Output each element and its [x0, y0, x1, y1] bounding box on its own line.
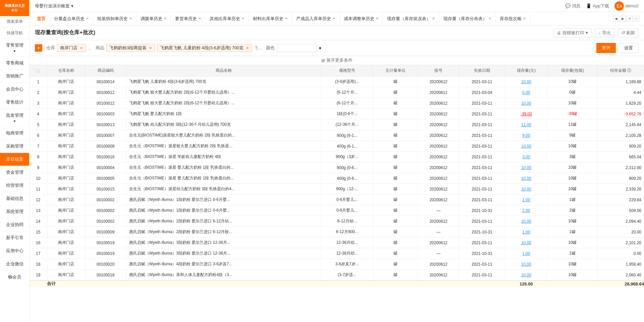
qty-main[interactable]: 0.00: [505, 87, 547, 98]
expire-date: 2021-03-11: [459, 141, 505, 152]
query-btn[interactable]: 查询: [596, 43, 616, 53]
batch: 20200611: [418, 87, 459, 98]
col-header-4: 规格型号: [321, 65, 373, 76]
nav-tab-3[interactable]: 要货单历史✕: [171, 12, 206, 25]
expand-more-btn[interactable]: ⊞ 展开更多条件: [321, 57, 353, 63]
tab-close-btn[interactable]: ✕: [376, 16, 379, 21]
warehouse: 南岸门店: [47, 87, 85, 98]
qty-main[interactable]: 2.00: [505, 205, 547, 216]
sidebar-nav-item-0[interactable]: 零售管理▼: [0, 39, 29, 57]
sidebar-nav-item-9[interactable]: 资金管理: [0, 166, 29, 179]
company-select[interactable]: 母婴行业演示账套 ▾: [35, 3, 73, 9]
row-no: 3: [30, 98, 47, 109]
nav-tab-0[interactable]: 分量盘点单历史✕: [50, 12, 93, 25]
product-code: 00100009: [85, 227, 126, 237]
sidebar-nav-item-10[interactable]: 经营管理: [0, 179, 29, 192]
tab-close-btn[interactable]: ✕: [488, 16, 491, 21]
qty-main[interactable]: 1.00: [505, 227, 547, 237]
tab-close-btn[interactable]: ✕: [86, 16, 89, 21]
expand-more-row: ⊞ 展开更多条件: [30, 56, 644, 65]
nav-tab-1[interactable]: 组装拆卸单历史✕: [93, 12, 137, 25]
filter-color-dropdown-icon[interactable]: ▾: [319, 46, 321, 51]
filter-warehouse-remove[interactable]: ✕: [80, 46, 83, 50]
sidebar-nav-item-14[interactable]: 新手引导: [0, 231, 29, 245]
product-code: 00100007: [85, 130, 126, 141]
settings-btn[interactable]: 设置: [619, 43, 639, 53]
expire-date: 2021-03-11: [459, 98, 505, 109]
sidebar-nav-item-12[interactable]: 系统管理: [0, 205, 29, 218]
filter-goods-tag-1[interactable]: 飞鹤奶粉3段两提装 ✕: [106, 44, 155, 52]
nav-tab-8[interactable]: 现存量（库存状况表）✕: [383, 12, 439, 25]
unit: 罐: [373, 205, 418, 216]
sidebar-nav-item-13[interactable]: 企业协同: [0, 218, 29, 231]
tab-close-btn[interactable]: ✕: [164, 16, 167, 21]
sidebar-nav-item-3[interactable]: 会员中心: [0, 83, 29, 96]
app-download-btn[interactable]: 📱 App下载: [586, 3, 609, 9]
sidebar-logo[interactable]: 畅捷通好生意 标版: [0, 0, 29, 16]
sidebar-nav-item-6[interactable]: 电商管理: [0, 127, 29, 140]
qty-main[interactable]: -39.00: [505, 109, 547, 119]
qty-main[interactable]: 10.00: [505, 184, 547, 195]
nav-tab-home[interactable]: 首页: [33, 12, 50, 25]
sidebar-nav-item-2[interactable]: 营销推广: [0, 70, 29, 83]
qty-main[interactable]: 10.00: [505, 76, 547, 87]
qty-main[interactable]: 10.00: [505, 237, 547, 248]
tab-close-btn[interactable]: ✕: [523, 16, 526, 21]
tab-maximize[interactable]: □: [633, 16, 639, 22]
qty-main[interactable]: 10.00: [505, 259, 547, 270]
filter-warehouse-tag[interactable]: 南岸门店 ✕: [57, 44, 86, 52]
sidebar-nav-item-16[interactable]: 企业微信: [0, 258, 29, 271]
tab-close-btn[interactable]: ✕: [432, 16, 435, 21]
sidebar-nav-item-8[interactable]: 库存核算: [0, 153, 29, 166]
nav-tab-5[interactable]: 材料出库单历史✕: [249, 12, 292, 25]
filter-color-input[interactable]: [277, 44, 317, 52]
qty-main[interactable]: 1.00: [505, 248, 547, 259]
sidebar-nav-item-15[interactable]: 应用中心: [0, 245, 29, 258]
sidebar-nav-item-17[interactable]: 畅会员: [0, 271, 29, 284]
filter-goods-more[interactable]: 飞...: [254, 45, 262, 51]
tab-close-btn[interactable]: ✕: [285, 16, 288, 21]
tab-close-btn[interactable]: ✕: [129, 16, 132, 21]
tab-scroll-right[interactable]: ▶: [620, 16, 626, 22]
export-btn[interactable]: ↓ 导出: [595, 28, 614, 38]
filter-goods-remove-1[interactable]: ✕: [149, 46, 152, 50]
quick-nav-item[interactable]: 快捷导航: [0, 28, 29, 39]
filter-goods-remove-2[interactable]: ✕: [246, 46, 249, 50]
sidebar-nav-item-11[interactable]: 基础信息: [0, 192, 29, 205]
select-all-checkbox[interactable]: ☑: [36, 68, 40, 73]
qty-main[interactable]: 10.00: [505, 162, 547, 173]
filter-warehouse-more[interactable]: ...: [88, 46, 92, 51]
qty-main[interactable]: 1.00: [505, 195, 547, 205]
nav-tab-2[interactable]: 调拨单历史✕: [137, 12, 171, 25]
tab-close-btn[interactable]: ✕: [198, 16, 201, 21]
messages-btn[interactable]: 💬 消息: [565, 3, 581, 9]
search-menu-item[interactable]: 搜索菜单: [0, 16, 29, 28]
qty-main[interactable]: 10.00: [505, 270, 547, 281]
nav-tab-7[interactable]: 成本调整单历史✕: [340, 12, 383, 25]
sidebar-nav-item-5[interactable]: 批发管理▼: [0, 109, 29, 127]
tab-scroll-left[interactable]: ◀: [613, 16, 619, 22]
sidebar-nav-item-4[interactable]: 零售统计: [0, 96, 29, 109]
qty-main[interactable]: 10.00: [505, 173, 547, 184]
qty-main[interactable]: 10.00: [505, 98, 547, 109]
tab-close-btn[interactable]: ✕: [332, 16, 335, 21]
qty-main[interactable]: 10.00: [505, 216, 547, 227]
qty-main[interactable]: 10.00: [505, 141, 547, 152]
filter-expand-btn[interactable]: +: [35, 44, 42, 52]
sidebar-nav-item-1[interactable]: 零售商城: [0, 57, 29, 70]
sidebar-nav-item-7[interactable]: 采购管理: [0, 140, 29, 153]
qty-main[interactable]: 9.00: [505, 130, 547, 141]
nav-tab-10[interactable]: 库存批次账✕: [496, 12, 530, 25]
tab-close-current[interactable]: ✕: [627, 16, 633, 22]
nav-tab-9[interactable]: 现存量（库存分布表）✕: [439, 12, 496, 25]
print-btn[interactable]: 🖨 按模板打印 ▾: [553, 28, 592, 38]
qty-main[interactable]: 11.00: [505, 119, 547, 130]
user-avatar-area[interactable]: Ea demo2: [614, 1, 639, 11]
expire-date: 2021-03-11: [459, 152, 505, 162]
refresh-btn[interactable]: ↺ 刷新: [618, 28, 639, 38]
qty-main[interactable]: 3.00: [505, 152, 547, 162]
nav-tab-4[interactable]: 其他出库单历史✕: [206, 12, 249, 25]
tab-close-btn[interactable]: ✕: [241, 16, 245, 21]
nav-tab-6[interactable]: 产成品入库单历史✕: [292, 12, 340, 25]
filter-goods-tag-2[interactable]: 飞鹤星飞帆 儿童奶粉 4段(3-6岁适用) 700克 ✕: [157, 44, 252, 52]
